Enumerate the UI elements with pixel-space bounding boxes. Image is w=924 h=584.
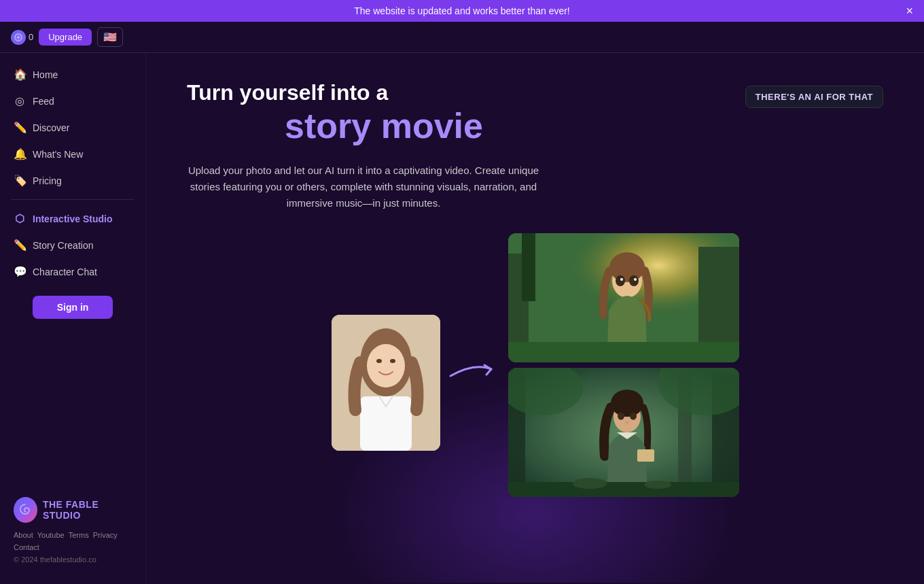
svg-point-33 [573,478,607,489]
svg-point-29 [630,413,637,420]
svg-rect-6 [360,396,412,451]
results-stack [508,233,739,497]
sidebar-divider [11,199,135,200]
banner-text: The website is updated and works better … [354,5,570,16]
sidebar: 🏠 Home ◎ Feed ✏️ Discover 🔔 What's New 🏷… [0,53,146,583]
ai-badge: there's AN AI For That [745,86,883,108]
home-icon: 🏠 [14,68,26,81]
sidebar-item-discover[interactable]: ✏️ Discover [0,114,145,141]
character-chat-icon: 💬 [14,265,26,278]
interactive-studio-icon: ⬡ [14,212,26,225]
coin-count: 0 [29,32,33,42]
sign-in-button[interactable]: Sign in [33,296,113,319]
footer-link-youtube[interactable]: Youtube [37,531,65,539]
top-banner: The website is updated and works better … [0,0,924,22]
woman-silhouette [332,315,440,451]
svg-point-16 [620,278,623,281]
brand-logo: THE FABLE STUDIO [14,497,132,523]
whats-new-icon: 🔔 [14,148,26,160]
sidebar-item-character-chat[interactable]: 💬 Character Chat [0,258,145,285]
footer-links: About Youtube Terms Privacy Contact [14,531,132,551]
brand-name-plain: THE FABLE [43,499,99,510]
result-image-1 [508,233,739,362]
brand-name: THE FABLE STUDIO [43,499,132,521]
sidebar-item-story-creation-label: Story Creation [33,240,93,251]
svg-point-5 [390,359,395,363]
sidebar-item-interactive-studio[interactable]: ⬡ Interactive Studio [0,205,145,232]
svg-point-17 [634,278,637,281]
sidebar-item-interactive-studio-label: Interactive Studio [33,213,112,224]
coin-badge: 0 [11,30,33,45]
sidebar-item-character-chat-label: Character Chat [33,267,97,277]
coin-icon [11,30,26,45]
hero-title-line2: story movie [187,105,581,146]
brand-name-colored: STUDIO [43,510,81,521]
svg-rect-11 [522,233,535,301]
arrow-connector [440,356,508,383]
language-flag-button[interactable]: 🇺🇸 [97,27,123,47]
sidebar-item-story-creation[interactable]: ✏️ Story Creation [0,232,145,258]
footer-link-contact[interactable]: Contact [14,543,39,551]
svg-rect-18 [508,342,739,362]
hero-title-line1: Turn yourself into a [187,80,388,105]
feed-icon: ◎ [14,95,26,107]
hero-subtitle: Upload your photo and let our AI turn it… [187,162,540,211]
sidebar-item-home-label: Home [33,69,58,80]
svg-point-30 [625,421,629,424]
svg-point-28 [618,413,624,420]
svg-point-27 [611,390,643,417]
footer-link-terms[interactable]: Terms [69,531,89,539]
svg-rect-32 [508,482,739,497]
sidebar-item-feed-label: Feed [33,96,54,107]
sidebar-item-whats-new[interactable]: 🔔 What's New [0,141,145,167]
svg-point-15 [629,275,639,286]
upgrade-button[interactable]: Upgrade [39,29,92,46]
result-image-2 [508,368,739,497]
pricing-icon: 🏷️ [14,174,26,187]
sidebar-item-pricing[interactable]: 🏷️ Pricing [0,167,145,194]
svg-point-14 [616,275,625,286]
sidebar-item-pricing-label: Pricing [33,175,62,186]
main-content: there's AN AI For That Turn yourself int… [146,53,924,583]
sidebar-footer: THE FABLE STUDIO About Youtube Terms Pri… [0,486,145,574]
sidebar-item-home[interactable]: 🏠 Home [0,61,145,88]
main-layout: 🏠 Home ◎ Feed ✏️ Discover 🔔 What's New 🏷… [0,53,924,583]
svg-point-3 [367,344,405,388]
sidebar-item-discover-label: Discover [33,122,69,133]
sidebar-item-whats-new-label: What's New [33,149,83,160]
svg-point-13 [609,252,645,282]
story-creation-icon: ✏️ [14,239,26,252]
source-photo [332,315,440,451]
toolbar: 0 Upgrade 🇺🇸 [0,22,924,53]
footer-link-about[interactable]: About [14,531,33,539]
sidebar-item-feed[interactable]: ◎ Feed [0,88,145,114]
banner-close-button[interactable]: × [906,4,913,18]
svg-point-34 [644,481,671,489]
footer-link-privacy[interactable]: Privacy [93,531,118,539]
discover-icon: ✏️ [14,121,26,134]
copyright-text: © 2024 thefablestudio.co [14,555,132,564]
svg-point-4 [376,359,382,363]
svg-rect-31 [637,449,654,462]
images-demo-area [187,233,883,497]
brand-avatar [14,497,37,523]
